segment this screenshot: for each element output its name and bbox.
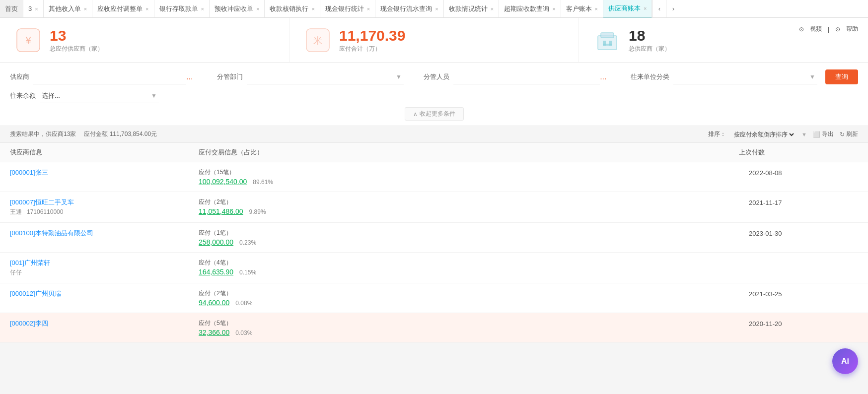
result-bar: 搜索结果中，供应商13家 应付金额 111,703,854.00元 排序： 按应… bbox=[0, 126, 868, 143]
supplier-input[interactable] bbox=[33, 69, 186, 84]
nav-tab-supplier-book[interactable]: 供应商账本 × bbox=[603, 0, 652, 18]
balance-select-wrap[interactable]: 选择... ▼ bbox=[40, 88, 159, 103]
nav-tab-receipt-exec-close[interactable]: × bbox=[311, 6, 314, 12]
summary-bar: ¥ 13 总应付供应商（家） 米 11,170.39 应付合计（万） bbox=[0, 18, 868, 63]
export-button[interactable]: ⬜ 导出 bbox=[813, 130, 834, 138]
collapse-chevron-icon: ∧ bbox=[413, 111, 418, 118]
sort-select[interactable]: 按应付余额倒序排序 bbox=[732, 131, 796, 138]
nav-tab-supplier-book-close[interactable]: × bbox=[644, 5, 647, 11]
nav-tab-other-income[interactable]: 其他收入单 × bbox=[44, 0, 92, 18]
nav-tab-bank-deposit-label: 银行存取款单 bbox=[159, 4, 198, 13]
supplier-info-4: [000012]广州贝瑞 bbox=[10, 289, 199, 298]
nav-tab-overdue-ar-label: 超期应收款查询 bbox=[504, 4, 549, 13]
filter-dept: 分管部门 ▼ bbox=[217, 69, 404, 84]
summary-card-payable-total: 米 11,170.39 应付合计（万） bbox=[289, 18, 579, 62]
circle-icon: ⊙ bbox=[799, 26, 804, 33]
nav-tab-customer-book[interactable]: 客户账本 × bbox=[561, 0, 603, 18]
table-row: [000001]张三 应付（15笔） 100,092,540.00 89.61%… bbox=[0, 162, 868, 192]
nav-tab-overdue-ar[interactable]: 超期应收款查询 × bbox=[499, 0, 561, 18]
nav-tab-receipt-stats-close[interactable]: × bbox=[491, 6, 494, 12]
collapse-button[interactable]: ∧ 收起更多条件 bbox=[405, 107, 464, 121]
nav-tab-bank-deposit[interactable]: 银行存取款单 × bbox=[154, 0, 210, 18]
nav-next-arrow[interactable]: › bbox=[666, 0, 680, 18]
nav-tab-ar-adjust[interactable]: 应收应付调整单 × bbox=[92, 0, 154, 18]
nav-tab-receipt-stats[interactable]: 收款情况统计 × bbox=[444, 0, 499, 18]
svg-rect-5 bbox=[601, 33, 614, 38]
export-icon: ⬜ bbox=[813, 131, 820, 138]
trans-amount-4[interactable]: 94,600.00 bbox=[199, 299, 229, 307]
nav-tab-home-label: 首页 bbox=[5, 4, 18, 13]
nav-tab-cash-bank-flow[interactable]: 现金银行流水查询 × bbox=[375, 0, 443, 18]
supplier-info-5: [000002]李四 bbox=[10, 319, 199, 328]
nav-tab-receipt-stats-label: 收款情况统计 bbox=[449, 4, 488, 13]
filter-balance: 往来余额 选择... ▼ bbox=[10, 88, 159, 103]
help-link[interactable]: 帮助 bbox=[846, 25, 858, 33]
svg-rect-8 bbox=[603, 44, 612, 46]
header-links: ⊙ 视频 | ⊙ 帮助 bbox=[799, 25, 858, 33]
refresh-button[interactable]: ↻ 刷新 bbox=[840, 130, 858, 138]
balance-filter-label: 往来余额 bbox=[10, 91, 36, 100]
dept-select[interactable] bbox=[247, 73, 404, 80]
result-supplier-count: 搜索结果中，供应商13家 bbox=[10, 130, 76, 138]
nav-tab-bank-deposit-close[interactable]: × bbox=[201, 6, 204, 12]
transaction-info-1: 应付（2笔） 11,051,486.00 9.89% bbox=[199, 198, 749, 215]
supplier-link-3[interactable]: [001]广州荣轩 bbox=[10, 259, 50, 266]
person-dots[interactable]: ... bbox=[600, 72, 606, 81]
summary-card-payable-suppliers: ¥ 13 总应付供应商（家） bbox=[0, 18, 289, 62]
result-actions: 排序： 按应付余额倒序排序 ▼ ⬜ 导出 ↻ 刷新 bbox=[708, 130, 858, 138]
trans-amount-2[interactable]: 258,000.00 bbox=[199, 238, 233, 246]
supplier-dots[interactable]: ... bbox=[186, 72, 193, 81]
query-button[interactable]: 查询 bbox=[825, 69, 858, 84]
lastpay-0: 2022-08-08 bbox=[749, 168, 858, 177]
nav-tab-cash-bank-stats[interactable]: 现金银行统计 × bbox=[320, 0, 375, 18]
supplier-link-0[interactable]: [000001]张三 bbox=[10, 169, 48, 176]
nav-tab-cash-bank-flow-close[interactable]: × bbox=[435, 6, 438, 12]
nav-tab-cash-bank-stats-close[interactable]: × bbox=[367, 6, 370, 12]
trans-amount-3[interactable]: 164,635.90 bbox=[199, 268, 233, 276]
trans-amount-1[interactable]: 11,051,486.00 bbox=[199, 207, 243, 215]
filter-row-2: 往来余额 选择... ▼ bbox=[10, 88, 858, 103]
category-filter-label: 往来单位分类 bbox=[631, 72, 669, 81]
nav-tab-prepaid-close[interactable]: × bbox=[256, 6, 259, 12]
supplier-link-1[interactable]: [000007]恒旺二手叉车 bbox=[10, 198, 74, 206]
table-row: [000100]本特勤油品有限公司 应付（1笔） 258,000.00 0.23… bbox=[0, 223, 868, 253]
trans-percent-3: 0.15% bbox=[239, 269, 256, 276]
transaction-info-2: 应付（1笔） 258,000.00 0.23% bbox=[199, 229, 749, 246]
supplier-link-5[interactable]: [000002]李四 bbox=[10, 320, 48, 327]
table-row: [000012]广州贝瑞 应付（2笔） 94,600.00 0.08% 2021… bbox=[0, 283, 868, 313]
nav-tab-other-income-close[interactable]: × bbox=[84, 6, 87, 12]
trans-amount-5[interactable]: 32,366.00 bbox=[199, 328, 229, 336]
filter-supplier: 供应商 ... bbox=[10, 69, 197, 84]
trans-label-1: 应付（2笔） bbox=[199, 198, 749, 206]
supplier-link-4[interactable]: [000012]广州贝瑞 bbox=[10, 290, 61, 297]
nav-tab-receipt-exec[interactable]: 收款核销执行 × bbox=[265, 0, 320, 18]
supplier-link-2[interactable]: [000100]本特勤油品有限公司 bbox=[10, 229, 93, 237]
nav-prev-arrow[interactable]: ‹ bbox=[652, 0, 666, 18]
trans-label-5: 应付（5笔） bbox=[199, 319, 749, 328]
nav-tab-overdue-ar-close[interactable]: × bbox=[552, 6, 555, 12]
trans-percent-4: 0.08% bbox=[235, 300, 252, 307]
person-input[interactable] bbox=[453, 69, 600, 84]
nav-tab-customer-book-close[interactable]: × bbox=[595, 6, 598, 12]
nav-tab-ar-adjust-close[interactable]: × bbox=[145, 6, 148, 12]
payable-total-label: 应付合计（万） bbox=[339, 45, 405, 53]
table-row: [000007]恒旺二手叉车 王通 17106110000 应付（2笔） 11,… bbox=[0, 192, 868, 223]
payable-suppliers-number: 13 bbox=[50, 27, 103, 44]
trans-percent-2: 0.23% bbox=[239, 239, 256, 246]
nav-tab-prepaid[interactable]: 预收冲应收单 × bbox=[210, 0, 265, 18]
supplier-info-3: [001]广州荣轩 仔仔 bbox=[10, 259, 199, 277]
video-link[interactable]: 视频 bbox=[810, 25, 822, 33]
dept-select-wrap[interactable]: ▼ bbox=[247, 69, 404, 84]
category-select-wrap[interactable]: ▼ bbox=[673, 69, 818, 84]
payable-suppliers-label: 总应付供应商（家） bbox=[50, 45, 103, 53]
sort-chevron-icon: ▼ bbox=[801, 131, 807, 137]
table-header: 供应商信息 应付交易信息（占比） 上次付数 bbox=[0, 143, 868, 162]
category-select[interactable] bbox=[673, 73, 818, 80]
balance-select[interactable]: 选择... bbox=[40, 92, 159, 99]
nav-tab-3[interactable]: 3 × bbox=[23, 0, 44, 18]
col-header-transaction: 应付交易信息（占比） bbox=[199, 148, 739, 157]
trans-label-4: 应付（2笔） bbox=[199, 289, 749, 298]
nav-tab-home[interactable]: 首页 bbox=[0, 0, 23, 18]
nav-tab-3-close[interactable]: × bbox=[35, 6, 38, 12]
trans-amount-0[interactable]: 100,092,540.00 bbox=[199, 178, 247, 186]
